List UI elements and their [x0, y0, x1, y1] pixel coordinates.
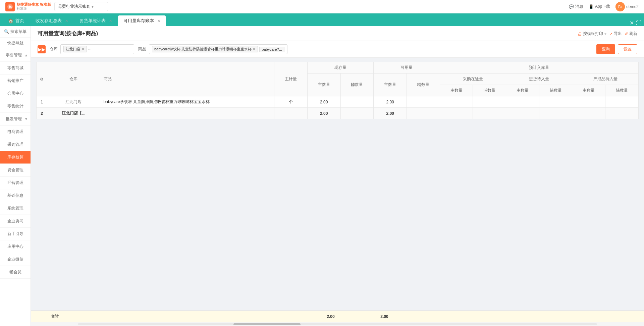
page-actions: 🖨 按模板打印 ▾ ↗ 导出 ↺ 刷新	[578, 31, 637, 37]
sidebar-item-enterprise-wechat[interactable]: 企业微信	[0, 253, 31, 266]
row-1-stock-main: 2.00	[307, 96, 340, 108]
product-tag-1: babycare学饮杯 儿童防摔防撞吸管杯重力球吸嘴杯宝宝水杯 ✕	[152, 46, 258, 52]
row-2-production-aux	[605, 108, 639, 119]
close-all-tabs-btn[interactable]: ✕	[630, 20, 634, 26]
sidebar-item-retail-store[interactable]: 零售商城	[0, 62, 31, 75]
settings-icon[interactable]: ⚙	[40, 77, 44, 82]
col-stock-main: 主数量	[307, 74, 340, 96]
sidebar-item-vip[interactable]: 畅会员	[0, 266, 31, 279]
col-stock-aux: 辅数量	[340, 74, 374, 96]
user-area[interactable]: Ea demo2	[615, 2, 639, 11]
row-2-product	[100, 108, 274, 119]
warehouse-filter-group: 仓库 江北门店 ✕ ···	[50, 44, 134, 54]
sidebar-item-inventory[interactable]: 库存核算	[0, 151, 31, 164]
footer-label: 合计	[36, 314, 76, 319]
product-label: 商品	[138, 46, 146, 52]
search-icon: 🔍	[4, 29, 9, 34]
close-tab-available-stock[interactable]: ✕	[157, 19, 160, 23]
app-download-btn[interactable]: 📱 App下载	[589, 4, 610, 9]
sidebar-item-wholesale[interactable]: 批发管理 ▼	[0, 113, 31, 126]
row-1-incoming-aux	[539, 96, 572, 108]
col-avail-main: 主数量	[374, 74, 407, 96]
col-forecast-group: 预计入库量	[440, 62, 638, 74]
table-row: 2 江北门店【... 2.00 2.00	[37, 108, 639, 119]
export-btn[interactable]: ↗ 导出	[609, 31, 622, 37]
col-available-group: 可用量	[374, 62, 440, 74]
sidebar-item-retail-mgmt[interactable]: 零售管理 ▲	[0, 49, 31, 62]
message-btn[interactable]: 💬 消息	[569, 4, 583, 9]
horizontal-scrollbar[interactable]	[31, 322, 644, 326]
col-purchase-transit-main: 主数量	[440, 85, 473, 96]
maximize-btn[interactable]: ⛶	[636, 20, 641, 26]
col-purchase-transit-group: 采购在途量	[440, 74, 506, 85]
home-icon: 🏠	[8, 18, 13, 24]
col-stock-group: 现存量	[307, 62, 373, 74]
row-2-incoming-aux	[539, 108, 572, 119]
logo-title: 畅捷通好生意 标准版	[17, 2, 51, 7]
nav-tabs: 🏠 首页 收发存汇总表 ✕ 要货单统计表 ✕ 可用量库存账本 ✕ ✕ ⛶	[0, 13, 644, 26]
col-incoming-main: 主数量	[506, 85, 539, 96]
warehouse-tag: 江北门店 ✕	[63, 46, 87, 52]
industry-selector[interactable]: 母婴行业演示账套 ▾	[54, 2, 108, 11]
sidebar-item-operations[interactable]: 经营管理	[0, 177, 31, 189]
col-incoming-aux: 辅数量	[539, 85, 572, 96]
row-2-production-main	[572, 108, 605, 119]
chevron-down-icon: ▾	[92, 4, 94, 9]
close-tab-receive-pay[interactable]: ✕	[65, 19, 68, 23]
col-product: 商品	[100, 62, 274, 96]
row-2-incoming-main	[506, 108, 539, 119]
remove-product-tag-1[interactable]: ✕	[253, 47, 256, 51]
row-2-avail-main: 2.00	[374, 108, 407, 119]
svg-text:畅: 畅	[9, 5, 12, 9]
warehouse-more-icon[interactable]: ···	[88, 47, 92, 52]
scroll-track	[78, 323, 597, 325]
top-bar-right: 💬 消息 📱 App下载 Ea demo2	[569, 2, 639, 11]
row-2-warehouse: 江北门店【...	[47, 108, 100, 119]
sidebar-item-finance[interactable]: 资金管理	[0, 164, 31, 177]
expand-icon-wholesale: ▼	[24, 117, 28, 121]
query-button[interactable]: 查询	[596, 44, 615, 54]
sidebar-item-member[interactable]: 会员中心	[0, 87, 31, 100]
warehouse-input[interactable]: 江北门店 ✕ ···	[60, 44, 134, 54]
table-container: ⚙ 仓库 商品 主计量 现存量 可用量 预计入库量 主数量 辅数量 主数量 辅数…	[31, 58, 644, 310]
sidebar-item-app-center[interactable]: 应用中心	[0, 240, 31, 253]
svg-text:Ea: Ea	[618, 5, 623, 9]
sidebar-item-retail-stats[interactable]: 零售统计	[0, 100, 31, 113]
print-btn[interactable]: 🖨 按模板打印 ▾	[578, 31, 606, 37]
sidebar-item-ecommerce[interactable]: 电商管理	[0, 126, 31, 138]
sidebar-quick-nav[interactable]: 快捷导航	[0, 38, 31, 49]
sidebar-item-purchase[interactable]: 采购管理	[0, 138, 31, 151]
col-warehouse: 仓库	[47, 62, 100, 96]
main-layout: 🔍 搜索菜单 快捷导航 零售管理 ▲ 零售商城 营销推广 会员中心 零售统计 批…	[0, 26, 644, 326]
expand-right-icon: ▶▶	[38, 47, 45, 52]
print-icon: 🖨	[578, 32, 582, 36]
row-1-stock-aux	[340, 96, 374, 108]
warehouse-label: 仓库	[50, 46, 58, 52]
row-1-purchase-transit-aux	[473, 96, 506, 108]
filter-expand-btn[interactable]: ▶▶	[38, 45, 46, 53]
close-tab-order-stats[interactable]: ✕	[109, 19, 112, 23]
row-2-avail-aux	[407, 108, 440, 119]
sidebar-item-system[interactable]: 系统管理	[0, 202, 31, 215]
row-1-unit: 个	[274, 96, 308, 108]
settings-button[interactable]: 设置	[618, 44, 637, 54]
sidebar-item-newbie[interactable]: 新手引导	[0, 228, 31, 240]
remove-warehouse-tag[interactable]: ✕	[82, 47, 85, 51]
sidebar-item-enterprise[interactable]: 企业协同	[0, 215, 31, 228]
sidebar-search[interactable]: 🔍 搜索菜单	[0, 26, 31, 38]
product-filter-group: 商品 babycare学饮杯 儿童防摔防撞吸管杯重力球吸嘴杯宝宝水杯 ✕ bab…	[138, 44, 287, 54]
tab-available-stock[interactable]: 可用量库存账本 ✕	[118, 15, 166, 26]
product-input[interactable]: babycare学饮杯 儿童防摔防撞吸管杯重力球吸嘴杯宝宝水杯 ✕ babyca…	[149, 44, 287, 54]
scroll-thumb[interactable]	[233, 323, 301, 325]
sidebar-item-marketing[interactable]: 营销推广	[0, 75, 31, 87]
row-2-stock-aux	[340, 108, 374, 119]
col-avail-aux: 辅数量	[407, 74, 440, 96]
tab-receive-pay[interactable]: 收发存汇总表 ✕	[30, 15, 73, 26]
sidebar-item-basics[interactable]: 基础信息	[0, 189, 31, 202]
tab-home[interactable]: 🏠 首页	[3, 15, 30, 26]
footer-stock-main: 2.00	[317, 314, 344, 319]
table-footer: 合计 2.00 2.00	[31, 310, 644, 322]
refresh-btn[interactable]: ↺ 刷新	[625, 31, 637, 37]
footer-avail-main: 2.00	[371, 314, 398, 319]
tab-order-stats[interactable]: 要货单统计表 ✕	[74, 15, 117, 26]
